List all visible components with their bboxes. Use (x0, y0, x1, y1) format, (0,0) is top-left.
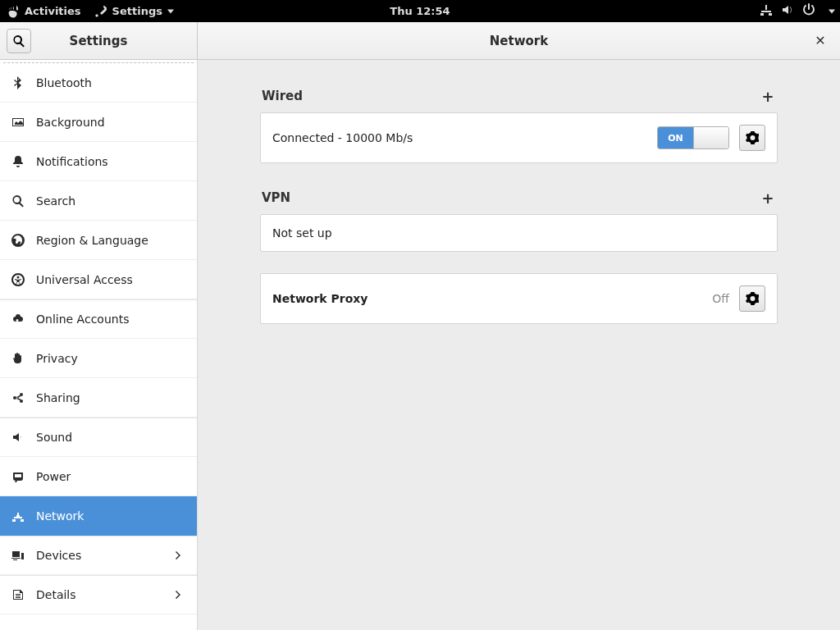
wired-connection-row: Connected - 10000 Mb/s ON (261, 113, 777, 162)
share-icon (11, 391, 25, 404)
proxy-panel: Network Proxy Off (260, 273, 778, 324)
devices-icon (11, 549, 25, 562)
network-icon (11, 509, 25, 523)
power-icon (11, 470, 25, 483)
sidebar-item-notifications[interactable]: Notifications (0, 142, 197, 181)
proxy-row: Network Proxy Off (261, 274, 777, 323)
sidebar-item-label: Bluetooth (36, 76, 185, 89)
sidebar-item-label: Background (36, 116, 185, 129)
sidebar-item-devices[interactable]: Devices (0, 536, 197, 575)
vpn-row: Not set up (261, 215, 777, 251)
sidebar-item-label: Online Accounts (36, 313, 185, 326)
sidebar-item-label: Sharing (36, 391, 185, 404)
add-wired-button[interactable]: + (760, 88, 776, 104)
activities-label: Activities (25, 5, 81, 17)
sidebar-item-bluetooth[interactable]: Bluetooth (0, 63, 197, 103)
wired-status: Connected - 10000 Mb/s (272, 131, 657, 144)
page-title: Network (198, 34, 840, 48)
network-indicator-icon[interactable] (760, 3, 773, 19)
chevron-right-icon (172, 549, 185, 562)
wired-toggle[interactable]: ON (657, 126, 729, 149)
vpn-panel: Not set up (260, 214, 778, 252)
gnome-top-panel: Activities Settings Thu 12:54 (0, 0, 840, 22)
switch-on-label: ON (658, 127, 693, 148)
gnome-logo-icon (7, 5, 20, 18)
volume-indicator-icon[interactable] (781, 3, 794, 19)
headerbar-sidebar: Settings (0, 22, 198, 59)
cloud-key-icon (11, 313, 25, 326)
power-indicator-icon[interactable] (802, 3, 815, 19)
sidebar-item-label: Universal Access (36, 273, 185, 286)
vpn-status: Not set up (272, 226, 765, 240)
wired-settings-button[interactable] (739, 125, 765, 151)
sidebar-item-label: Sound (36, 431, 185, 444)
clock[interactable]: Thu 12:54 (383, 0, 456, 22)
sidebar-item-label: Privacy (36, 352, 185, 365)
sidebar-item-privacy[interactable]: Privacy (0, 339, 197, 378)
speaker-icon (11, 431, 25, 444)
network-page: Wired + Connected - 10000 Mb/s ON (198, 60, 840, 630)
search-icon (12, 34, 25, 48)
sidebar-item-label: Network (36, 509, 185, 523)
sidebar-item-label: Power (36, 470, 185, 483)
accessibility-icon (11, 273, 25, 286)
sidebar-item-details[interactable]: Details (0, 575, 197, 614)
sidebar-item-label: Region & Language (36, 234, 185, 247)
sidebar-item-label: Notifications (36, 155, 185, 168)
wrench-icon (94, 5, 107, 18)
proxy-title: Network Proxy (272, 292, 712, 305)
system-menu-chevron-icon[interactable] (829, 5, 835, 17)
switch-knob (693, 127, 728, 148)
close-icon: ✕ (815, 33, 825, 48)
headerbar-content: Network ✕ (198, 22, 840, 59)
sidebar-item-region[interactable]: Region & Language (0, 221, 197, 260)
search-button[interactable] (7, 29, 31, 53)
app-menu[interactable]: Settings (88, 0, 180, 22)
gear-icon (746, 131, 759, 144)
background-icon (11, 116, 25, 129)
plus-icon: + (761, 189, 774, 207)
chevron-right-icon (172, 588, 185, 601)
sidebar-item-label: Details (36, 588, 161, 601)
plus-icon: + (761, 88, 774, 105)
sidebar-item-search[interactable]: Search (0, 181, 197, 221)
details-icon (11, 588, 25, 601)
settings-window: Settings Network ✕ BluetoothBackgroundNo… (0, 22, 840, 630)
sidebar: BluetoothBackgroundNotificationsSearchRe… (0, 60, 198, 630)
close-button[interactable]: ✕ (810, 31, 830, 51)
activities-button[interactable]: Activities (0, 0, 88, 22)
sidebar-item-background[interactable]: Background (0, 103, 197, 142)
sidebar-item-universal[interactable]: Universal Access (0, 260, 197, 299)
wired-heading: Wired (262, 89, 303, 103)
headerbar: Settings Network ✕ (0, 22, 840, 60)
globe-icon (11, 234, 25, 247)
add-vpn-button[interactable]: + (760, 189, 776, 206)
sidebar-item-network[interactable]: Network (0, 496, 197, 536)
sidebar-item-label: Devices (36, 549, 161, 562)
clock-label: Thu 12:54 (390, 5, 450, 17)
sidebar-item-power[interactable]: Power (0, 457, 197, 496)
sidebar-item-online[interactable]: Online Accounts (0, 299, 197, 339)
sidebar-item-sound[interactable]: Sound (0, 418, 197, 457)
bell-icon (11, 155, 25, 168)
sidebar-item-sharing[interactable]: Sharing (0, 378, 197, 418)
proxy-settings-button[interactable] (739, 285, 765, 312)
proxy-status: Off (712, 292, 729, 305)
vpn-section-header: VPN + (260, 189, 778, 214)
sidebar-item-label: Search (36, 194, 185, 208)
wired-panel: Connected - 10000 Mb/s ON (260, 112, 778, 163)
app-menu-label: Settings (112, 5, 162, 17)
hand-icon (11, 352, 25, 365)
chevron-down-icon (167, 5, 174, 17)
gear-icon (746, 292, 759, 305)
search-icon (11, 194, 25, 208)
bluetooth-icon (11, 76, 25, 89)
vpn-heading: VPN (262, 190, 290, 205)
wired-section-header: Wired + (260, 88, 778, 112)
